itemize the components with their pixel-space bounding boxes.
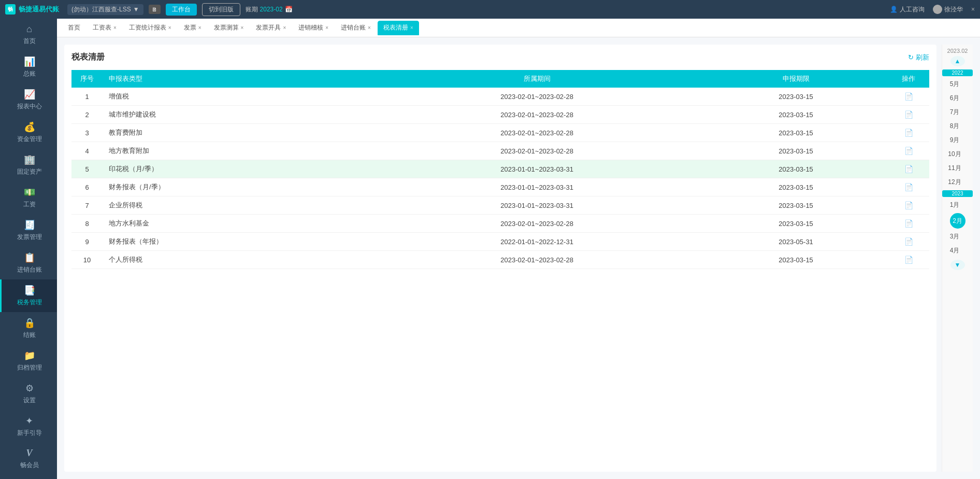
archive-icon: 📁 (24, 350, 35, 361)
company-selector[interactable]: (勿动）江西服查-LSS ▼ (67, 4, 143, 15)
guide-icon: ✦ (25, 415, 33, 427)
cell-action: 📄 (888, 160, 929, 178)
main-layout: ⌂ 首页 📊 总账 📈 报表中心 💰 资金管理 🏢 固定资产 💵 工资 🧾 发票… (0, 19, 980, 479)
tax-icon: 📑 (24, 285, 35, 296)
cell-no: 10 (71, 251, 103, 269)
action-view-icon[interactable]: 📄 (904, 147, 913, 155)
action-view-icon[interactable]: 📄 (904, 129, 913, 137)
action-view-icon[interactable]: 📄 (904, 237, 913, 246)
cell-period: 2023-02-01~2023-02-28 (370, 124, 704, 142)
action-view-icon[interactable]: 📄 (904, 165, 913, 173)
sidebar-item-fund[interactable]: 💰 资金管理 (0, 116, 57, 149)
dropdown-icon: ▼ (133, 6, 139, 13)
sidebar-item-archive[interactable]: 📁 归档管理 (0, 345, 57, 377)
month-2022-8[interactable]: 8月 (942, 119, 967, 133)
sidebar-item-fixed[interactable]: 🏢 固定资产 (0, 149, 57, 181)
sidebar-label-guide: 新手引导 (17, 429, 42, 438)
tab-purchase-check[interactable]: 进销稽核 × (293, 21, 334, 35)
sidebar-item-invoice[interactable]: 🧾 发票管理 (0, 214, 57, 247)
sidebar-item-home[interactable]: ⌂ 首页 (0, 19, 57, 51)
sidebar-item-member[interactable]: V 畅会员 (0, 443, 57, 475)
tab-salary-close[interactable]: × (113, 25, 117, 31)
action-view-icon[interactable]: 📄 (904, 110, 913, 119)
year-2022-label: 2022 (942, 69, 973, 76)
sidebar-item-report[interactable]: 📈 报表中心 (0, 83, 57, 116)
sidebar-unpin-button[interactable]: ◁ 取消固定 (0, 475, 57, 479)
tab-invoice[interactable]: 发票 × (178, 21, 207, 35)
action-view-icon[interactable]: 📄 (904, 219, 913, 228)
cell-type: 教育费附加 (103, 124, 370, 142)
calendar-icon[interactable]: 📅 (285, 6, 293, 13)
tab-invoice-close[interactable]: × (198, 25, 201, 31)
sidebar-item-close[interactable]: 🔒 结账 (0, 312, 57, 345)
tab-invoice-open[interactable]: 发票开具 × (250, 21, 292, 35)
tab-purchase-ledger-close[interactable]: × (368, 25, 371, 31)
cell-type: 企业所得税 (103, 196, 370, 215)
cell-deadline: 2023-05-31 (704, 233, 888, 251)
month-2022-9[interactable]: 9月 (942, 133, 967, 147)
month-2022-11[interactable]: 11月 (942, 161, 967, 175)
refresh-button[interactable]: ↻ 刷新 (908, 53, 929, 62)
cell-period: 2023-02-01~2023-02-28 (370, 142, 704, 160)
sidebar-label-close: 结账 (23, 331, 36, 340)
table-row: 1增值税2023-02-01~2023-02-282023-03-15📄 (71, 88, 929, 106)
sidebar-item-settings[interactable]: ⚙ 设置 (0, 377, 57, 410)
cell-no: 3 (71, 124, 103, 142)
close-icon[interactable]: × (971, 6, 975, 13)
tab-purchase-check-close[interactable]: × (325, 25, 328, 31)
panel-period-label: 2023.02 (947, 48, 968, 54)
app-name: 畅捷通易代账 (19, 5, 59, 14)
cell-no: 8 (71, 215, 103, 233)
tab-salary-report-label: 工资统计报表 (129, 23, 166, 32)
month-2022-5[interactable]: 5月 (942, 77, 967, 91)
tab-purchase-ledger[interactable]: 进销台账 × (335, 21, 377, 35)
tab-tax-list-close[interactable]: × (410, 25, 413, 31)
consult-button[interactable]: 👤 人工咨询 (890, 5, 925, 14)
month-2023-2[interactable]: 2月 (950, 213, 965, 229)
table-row: 2城市维护建设税2023-02-01~2023-02-282023-03-15📄 (71, 106, 929, 124)
salary-icon: 💵 (24, 187, 35, 198)
tab-tax-list[interactable]: 税表清册 × (378, 21, 419, 35)
period-label: 账期 (246, 5, 258, 14)
month-2023-3[interactable]: 3月 (942, 230, 967, 244)
sidebar-item-guide[interactable]: ✦ 新手引导 (0, 410, 57, 443)
action-view-icon[interactable]: 📄 (904, 201, 913, 209)
tab-invoice-open-close[interactable]: × (283, 25, 286, 31)
sidebar-label-member: 畅会员 (20, 461, 39, 470)
month-2023-4[interactable]: 4月 (942, 244, 967, 258)
month-2022-12[interactable]: 12月 (942, 175, 967, 189)
workspace-button[interactable]: 工作台 (166, 4, 197, 16)
page-title-bar: 税表清册 ↻ 刷新 (71, 52, 929, 63)
copy-icon-btn[interactable]: 🗎 (149, 5, 161, 14)
cell-type: 财务报表（年报） (103, 233, 370, 251)
month-2022-7[interactable]: 7月 (942, 105, 967, 119)
cell-no: 5 (71, 160, 103, 178)
sidebar-item-purchase[interactable]: 📋 进销台账 (0, 247, 57, 279)
month-2023-1[interactable]: 1月 (942, 198, 967, 212)
main-content: 税表清册 ↻ 刷新 序号 申报表类型 所属期间 申报期限 (64, 45, 936, 472)
tab-home[interactable]: 首页 (62, 21, 86, 35)
sidebar-item-salary[interactable]: 💵 工资 (0, 181, 57, 214)
action-view-icon[interactable]: 📄 (904, 256, 913, 264)
action-view-icon[interactable]: 📄 (904, 92, 913, 101)
action-view-icon[interactable]: 📄 (904, 183, 913, 191)
user-menu[interactable]: 徐泾华 (933, 5, 963, 14)
cell-type: 个人所得税 (103, 251, 370, 269)
month-2022-6[interactable]: 6月 (942, 91, 967, 105)
tab-salary-report[interactable]: 工资统计报表 × (123, 21, 177, 35)
cell-action: 📄 (888, 196, 929, 215)
cell-deadline: 2023-03-15 (704, 251, 888, 269)
sidebar-item-ledger[interactable]: 📊 总账 (0, 51, 57, 83)
month-2022-10[interactable]: 10月 (942, 147, 967, 161)
tab-salary[interactable]: 工资表 × (87, 21, 122, 35)
period-area: 账期 2023-02 📅 (246, 5, 293, 14)
tab-invoice-calc-close[interactable]: × (241, 25, 244, 31)
calendar-nav-up[interactable]: ▲ (950, 56, 965, 66)
sidebar-item-tax[interactable]: 📑 税务管理 (0, 279, 57, 312)
tab-invoice-calc[interactable]: 发票测算 × (208, 21, 250, 35)
consult-label: 人工咨询 (900, 5, 925, 14)
calendar-nav-down[interactable]: ▼ (950, 260, 965, 270)
tab-salary-report-close[interactable]: × (168, 25, 171, 31)
cell-period: 2023-01-01~2023-03-31 (370, 196, 704, 215)
switch-button[interactable]: 切到旧版 (202, 3, 240, 16)
